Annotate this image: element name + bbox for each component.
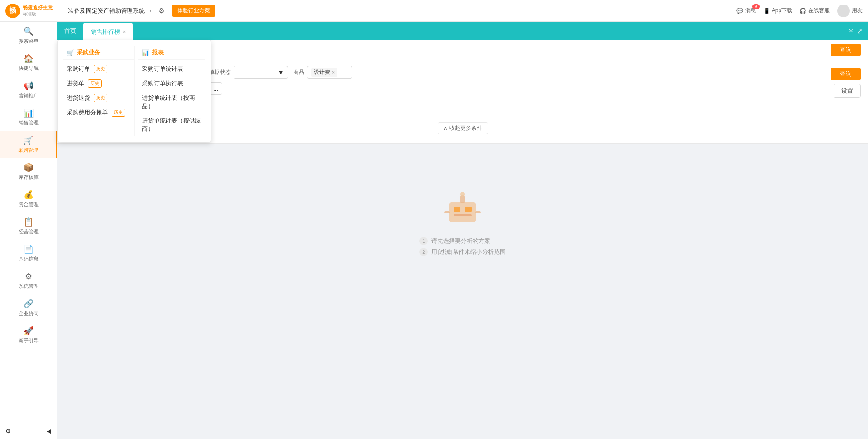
sidebar-item-operations[interactable]: 📋 经营管理 bbox=[0, 212, 57, 240]
svg-rect-6 bbox=[444, 211, 450, 213]
query-button-right[interactable]: 查询 bbox=[831, 68, 861, 80]
purchase-expense-history[interactable]: 历史 bbox=[112, 109, 125, 117]
empty-state: 1 请先选择要分析的方案 2 用[过滤]条件来缩小分析范围 bbox=[57, 144, 868, 303]
sidebar-settings-icon[interactable]: ⚙ bbox=[5, 428, 11, 434]
search-icon: 🔍 bbox=[24, 26, 34, 36]
goods-ellipsis[interactable]: ... bbox=[339, 69, 344, 76]
goods-return-history[interactable]: 历史 bbox=[94, 94, 107, 102]
business-header-label: 采购业务 bbox=[77, 49, 100, 57]
collapse-arrow-icon: ∧ bbox=[444, 125, 448, 132]
query-button[interactable]: 查询 bbox=[831, 44, 861, 56]
purchase-order-label: 采购订单 bbox=[67, 65, 90, 73]
goods-stats-by-supplier-item[interactable]: 进货单统计表（按供应商） bbox=[138, 113, 205, 136]
goods-receipt-history[interactable]: 历史 bbox=[88, 79, 102, 88]
svg-rect-2 bbox=[465, 207, 472, 212]
enterprise-icon: 🔗 bbox=[24, 299, 34, 309]
online-service-item[interactable]: 🎧 在线客服 bbox=[800, 7, 830, 15]
svg-rect-0 bbox=[449, 202, 476, 222]
goods-return-item[interactable]: 进货退货 历史 bbox=[63, 91, 134, 105]
right-panel: 查询 设置 bbox=[831, 66, 861, 98]
purchase-order-exec-item[interactable]: 采购订单执行表 bbox=[138, 76, 205, 91]
settings-button[interactable]: 设置 bbox=[834, 84, 861, 98]
goods-label: 商品 bbox=[293, 69, 304, 76]
empty-svg bbox=[435, 191, 490, 232]
window-close-icon[interactable]: × bbox=[849, 27, 853, 35]
sidebar-label-inventory: 库存核算 bbox=[19, 174, 39, 181]
purchase-order-stats-item[interactable]: 采购订单统计表 bbox=[138, 62, 205, 76]
system-title: 装备及固定资产辅助管理系统 ▼ ⚙ 体验行业方案 bbox=[68, 5, 215, 17]
purchase-expense-item[interactable]: 采购费用分摊单 历史 bbox=[63, 105, 134, 120]
tab-sales-rank[interactable]: 销售排行榜 × bbox=[83, 23, 133, 41]
goods-stats-by-product-item[interactable]: 进货单统计表（按商品） bbox=[138, 91, 205, 113]
phone-icon: 📱 bbox=[763, 8, 770, 14]
guide-icon: 🚀 bbox=[24, 326, 34, 336]
sidebar-label-operations: 经营管理 bbox=[19, 228, 39, 235]
collapse-button[interactable]: ∧ 收起更多条件 bbox=[438, 122, 488, 134]
purchase-expense-label: 采购费用分摊单 bbox=[67, 109, 108, 117]
tab-close-icon[interactable]: × bbox=[123, 29, 126, 35]
empty-step-2: 2 用[过滤]条件来缩小分析范围 bbox=[419, 248, 505, 256]
sidebar-item-inventory[interactable]: 📦 库存核算 bbox=[0, 158, 57, 185]
app-download-label: App下载 bbox=[772, 7, 792, 15]
sidebar-item-search[interactable]: 🔍 搜索菜单 bbox=[0, 22, 57, 49]
goods-receipt-item[interactable]: 进货单 历史 bbox=[63, 76, 134, 91]
goods-tag: 设计费 × bbox=[311, 68, 337, 77]
purchase-order-exec-label: 采购订单执行表 bbox=[142, 79, 183, 88]
svg-rect-7 bbox=[475, 211, 481, 213]
sidebar-item-enterprise[interactable]: 🔗 企业协同 bbox=[0, 294, 57, 321]
tab-home[interactable]: 首页 bbox=[57, 22, 83, 40]
goods-return-label: 进货退货 bbox=[67, 94, 90, 102]
online-service-label: 在线客服 bbox=[808, 7, 830, 15]
sidebar-item-purchase[interactable]: 🛒 采购管理 bbox=[0, 131, 57, 158]
tab-sales-rank-label: 销售排行榜 bbox=[91, 28, 120, 36]
purchase-order-history[interactable]: 历史 bbox=[94, 65, 107, 73]
goods-receipt-label: 进货单 bbox=[67, 79, 84, 88]
sidebar-collapse-icon[interactable]: ◀ bbox=[47, 428, 51, 434]
sidebar-item-quick-nav[interactable]: 🏠 快捷导航 bbox=[0, 49, 57, 76]
settings-icon[interactable]: ⚙ bbox=[158, 6, 165, 15]
voucher-status-label: 单据状态 bbox=[209, 69, 231, 76]
avatar bbox=[837, 5, 850, 17]
marketing-icon: 📢 bbox=[24, 81, 34, 91]
headset-icon: 🎧 bbox=[800, 8, 806, 14]
sidebar-item-marketing[interactable]: 📢 营销推广 bbox=[0, 76, 57, 104]
top-right-area: 💬 消息 9 📱 App下载 🎧 在线客服 用友 bbox=[736, 5, 863, 17]
user-item[interactable]: 用友 bbox=[837, 5, 863, 17]
message-icon: 💬 bbox=[736, 8, 743, 14]
goods-tag-close[interactable]: × bbox=[332, 69, 335, 75]
report-header: 📊 报表 bbox=[138, 46, 205, 60]
sidebar-label-guide: 新手引导 bbox=[19, 337, 39, 344]
purchase-order-item[interactable]: 采购订单 历史 bbox=[63, 62, 134, 76]
sales-icon: 📊 bbox=[24, 108, 34, 118]
tab-home-label: 首页 bbox=[64, 27, 76, 35]
logo-area: 畅 畅捷通好生意 标准版 bbox=[5, 4, 63, 18]
window-expand-icon[interactable]: ⤢ bbox=[857, 27, 863, 35]
purchase-dropdown-menu: 🛒 采购业务 采购订单 历史 进货单 历史 进货退货 历史 采购费用分摊单 历史 bbox=[57, 40, 211, 142]
svg-rect-1 bbox=[454, 207, 460, 212]
voucher-status-select[interactable]: ▼ bbox=[234, 66, 288, 79]
sidebar-label-enterprise: 企业协同 bbox=[19, 310, 39, 317]
sidebar-item-system[interactable]: ⚙ 系统管理 bbox=[0, 267, 57, 294]
step2-text: 用[过滤]条件来缩小分析范围 bbox=[431, 248, 505, 256]
sidebar: 🔍 搜索菜单 🏠 快捷导航 📢 营销推广 📊 销售管理 🛒 采购管理 📦 bbox=[0, 22, 57, 439]
sidebar-item-capital[interactable]: 💰 资金管理 bbox=[0, 185, 57, 212]
business-header: 🛒 采购业务 bbox=[63, 46, 134, 60]
svg-rect-3 bbox=[454, 214, 472, 216]
top-bar: 畅 畅捷通好生意 标准版 装备及固定资产辅助管理系统 ▼ ⚙ 体验行业方案 💬 … bbox=[0, 0, 868, 22]
message-item[interactable]: 💬 消息 9 bbox=[736, 7, 756, 15]
home-icon: 🏠 bbox=[24, 54, 34, 64]
app-download-item[interactable]: 📱 App下载 bbox=[763, 7, 792, 15]
industry-button[interactable]: 体验行业方案 bbox=[172, 5, 215, 17]
goods-input[interactable]: 设计费 × ... bbox=[307, 66, 352, 79]
sidebar-label-basic-info: 基础信息 bbox=[19, 256, 39, 262]
sidebar-item-guide[interactable]: 🚀 新手引导 bbox=[0, 321, 57, 349]
step1-text: 请先选择要分析的方案 bbox=[431, 237, 490, 245]
sidebar-label-search: 搜索菜单 bbox=[19, 38, 39, 44]
salesperson-ellipsis[interactable]: ... bbox=[213, 85, 218, 92]
sidebar-label-quick-nav: 快捷导航 bbox=[19, 65, 39, 72]
sidebar-item-basic-info[interactable]: 📄 基础信息 bbox=[0, 240, 57, 267]
svg-point-5 bbox=[460, 192, 465, 197]
system-name: 装备及固定资产辅助管理系统 bbox=[68, 7, 145, 15]
dropdown-arrow-icon[interactable]: ▼ bbox=[148, 8, 153, 13]
sidebar-item-sales[interactable]: 📊 销售管理 bbox=[0, 104, 57, 131]
